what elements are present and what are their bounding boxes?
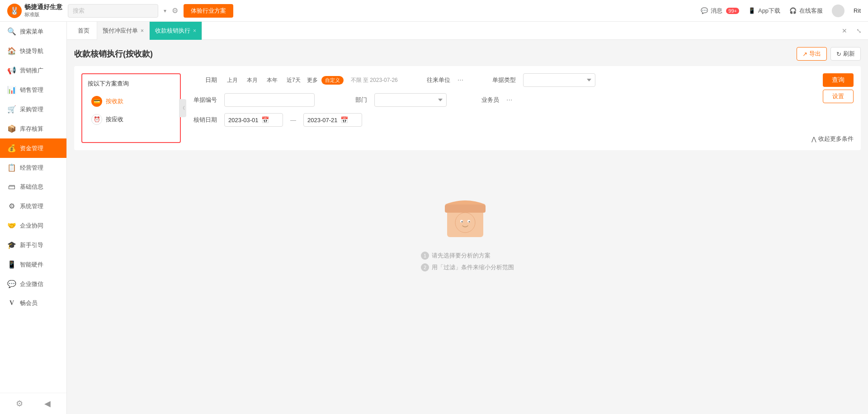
partner-ellipsis[interactable]: ··· <box>458 76 463 84</box>
tab-verify[interactable]: 收款核销执行 × <box>150 22 202 40</box>
enterprise-icon: 🤝 <box>7 221 16 230</box>
tab-verify-close[interactable]: × <box>193 28 196 34</box>
sidebar-item-finance[interactable]: 💰 资金管理 <box>0 138 66 158</box>
tab-prepay-label: 预付冲应付单 <box>103 27 138 35</box>
topbar: 🐰 畅捷通好生意 标准版 搜索 ▾ ⚙ 体验行业方案 💬 消息 99+ 📱 Ap… <box>0 0 868 22</box>
main-layout: 🔍 搜索菜单 🏠 快捷导航 📢 营销推广 📊 销售管理 🛒 采购管理 📦 库存核… <box>0 22 868 414</box>
solution-button[interactable]: 体验行业方案 <box>184 4 233 18</box>
date-this-year[interactable]: 本年 <box>264 76 280 85</box>
page-header: 收款核销执行(按收款) ↗ 导出 ↻ 刷新 <box>74 47 861 61</box>
settings-button[interactable]: 设置 <box>823 90 854 103</box>
svg-rect-1 <box>445 205 486 213</box>
doc-type-select[interactable] <box>523 73 595 87</box>
svg-point-6 <box>469 221 470 223</box>
receivable-option-label: 按应收 <box>106 115 123 124</box>
online-service-group[interactable]: 🎧 在线客服 <box>789 7 823 15</box>
receivable-option-icon: ⏰ <box>91 114 102 125</box>
sidebar-label-purchase: 采购管理 <box>20 105 43 114</box>
empty-step-1: 1 请先选择要分析的方案 <box>421 252 514 260</box>
tab-expand-btn[interactable]: ⤡ <box>854 25 864 36</box>
filter-left-panel: 按以下方案查询 💳 按收款 ⏰ 按应收 《 <box>81 73 181 143</box>
sidebar-item-wechat[interactable]: 💬 企业微信 <box>0 274 66 294</box>
tab-bar: 首页 预付冲应付单 × 收款核销执行 × ✕ ⤡ <box>67 22 868 40</box>
empty-illustration <box>440 192 495 246</box>
tab-prepay-close[interactable]: × <box>141 28 144 34</box>
step-2-text: 用「过滤」条件来缩小分析范围 <box>432 263 514 271</box>
filter-collapse-btn[interactable]: 《 <box>179 99 186 117</box>
sidebar-item-operation[interactable]: 📋 经营管理 <box>0 158 66 177</box>
filter-date-row: 日期 上月 本月 本年 近7天 更多 自定义 不限 至 2023-07-26 <box>190 73 814 87</box>
messages-group[interactable]: 💬 消息 99+ <box>701 7 739 15</box>
date-7days[interactable]: 近7天 <box>284 76 303 85</box>
app-download-label: App下载 <box>758 7 780 15</box>
step-1-num: 1 <box>421 252 429 260</box>
sidebar-label-wechat: 企业微信 <box>20 280 43 288</box>
messages-label: 消息 <box>711 7 722 15</box>
sidebar-item-marketing[interactable]: 📢 营销推广 <box>0 61 66 80</box>
search-placeholder-text: 搜索 <box>73 7 85 15</box>
sidebar-label-basic: 基础信息 <box>20 183 43 191</box>
sidebar-item-basic[interactable]: 🗃 基础信息 <box>0 177 66 196</box>
refresh-button[interactable]: ↻ 刷新 <box>830 47 861 61</box>
sidebar-item-purchase[interactable]: 🛒 采购管理 <box>0 100 66 119</box>
receipt-option-label: 按收款 <box>106 97 123 105</box>
date-custom-badge[interactable]: 自定义 <box>321 76 344 85</box>
export-icon: ↗ <box>802 51 807 57</box>
collapse-sidebar-icon[interactable]: ◀ <box>44 399 51 409</box>
sales-icon: 📊 <box>7 86 16 94</box>
verify-end-value: 2023-07-21 <box>307 117 338 124</box>
tab-prepay[interactable]: 预付冲应付单 × <box>97 22 150 40</box>
tab-home[interactable]: 首页 <box>71 22 97 40</box>
filter-left-title: 按以下方案查询 <box>88 80 175 88</box>
sidebar-item-enterprise[interactable]: 🤝 企业协同 <box>0 216 66 235</box>
sidebar-item-system[interactable]: ⚙ 系统管理 <box>0 196 66 216</box>
search-dropdown-icon[interactable]: ▾ <box>164 8 166 14</box>
dept-select[interactable] <box>374 93 447 107</box>
hardware-icon: 📱 <box>7 260 16 269</box>
sidebar-bottom: ⚙ ◀ <box>0 393 66 414</box>
verify-start-value: 2023-03-01 <box>228 117 259 124</box>
sidebar-item-member[interactable]: V 畅会员 <box>0 294 66 313</box>
date-last-month[interactable]: 上月 <box>224 76 241 85</box>
filter-docno-row: 单据编号 部门 业务员 ··· <box>190 93 814 107</box>
filter-option-receivable[interactable]: ⏰ 按应收 <box>88 111 175 128</box>
verify-end-date[interactable]: 2023-07-21 📅 <box>303 113 362 127</box>
date-this-month[interactable]: 本月 <box>244 76 260 85</box>
sidebar-label-operation: 经营管理 <box>20 164 43 172</box>
marketing-icon: 📢 <box>7 66 16 75</box>
collapse-icon: 《 <box>180 105 185 111</box>
search-box[interactable]: 搜索 <box>68 4 158 18</box>
verify-date-label: 核销日期 <box>190 116 217 124</box>
sidebar-item-sales[interactable]: 📊 销售管理 <box>0 80 66 100</box>
sidebar-item-shortcut[interactable]: 🏠 快捷导航 <box>0 41 66 61</box>
query-button[interactable]: 查询 <box>823 73 854 87</box>
sidebar: 🔍 搜索菜单 🏠 快捷导航 📢 营销推广 📊 销售管理 🛒 采购管理 📦 库存核… <box>0 22 67 414</box>
date-range-info: 不限 至 2023-07-26 <box>351 76 398 84</box>
filter-option-receipt[interactable]: 💳 按收款 <box>88 93 175 109</box>
calendar-end-icon: 📅 <box>340 116 348 124</box>
sidebar-item-search[interactable]: 🔍 搜索菜单 <box>0 22 66 41</box>
empty-state: 1 请先选择要分析的方案 2 用「过滤」条件来缩小分析范围 <box>74 156 861 308</box>
collapse-more-btn[interactable]: ⋀ 收起更多条件 <box>190 133 854 143</box>
sidebar-label-shortcut: 快捷导航 <box>20 47 43 55</box>
staff-ellipsis[interactable]: ··· <box>506 96 512 104</box>
tab-close-btn[interactable]: ✕ <box>839 25 850 36</box>
settings-bottom-icon[interactable]: ⚙ <box>16 399 23 409</box>
app-download-group[interactable]: 📱 App下载 <box>748 7 780 15</box>
sidebar-item-hardware[interactable]: 📱 智能硬件 <box>0 255 66 274</box>
verify-start-date[interactable]: 2023-03-01 📅 <box>224 113 283 127</box>
page-content: 收款核销执行(按收款) ↗ 导出 ↻ 刷新 按以下方案查询 <box>67 40 868 414</box>
doc-no-input[interactable] <box>224 93 315 107</box>
sidebar-item-guide[interactable]: 🎓 新手引导 <box>0 235 66 255</box>
user-avatar[interactable] <box>832 5 844 17</box>
username[interactable]: Rit <box>854 7 861 14</box>
empty-svg <box>440 192 495 242</box>
app-logo: 🐰 畅捷通好生意 标准版 <box>7 3 62 18</box>
export-button[interactable]: ↗ 导出 <box>797 47 827 61</box>
member-icon: V <box>7 300 16 307</box>
sidebar-item-inventory[interactable]: 📦 库存核算 <box>0 119 66 138</box>
gear-icon[interactable]: ⚙ <box>172 6 178 15</box>
dept-label: 部门 <box>340 96 367 104</box>
partner-label: 往来单位 <box>423 76 450 84</box>
date-more[interactable]: 更多 <box>307 76 318 84</box>
